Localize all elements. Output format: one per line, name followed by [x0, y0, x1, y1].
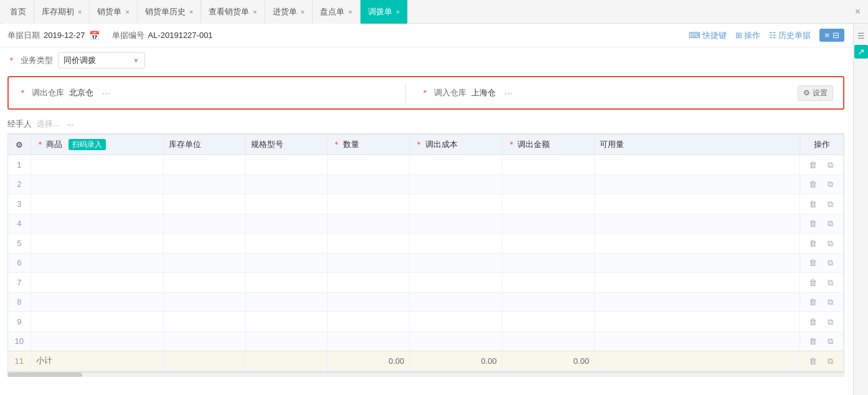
table-cell-available-2[interactable]: [595, 174, 800, 194]
table-cell-unit-2[interactable]: [163, 174, 245, 194]
row-delete-icon-6[interactable]: 🗑: [807, 257, 819, 269]
table-cell-product-4[interactable]: [31, 214, 163, 234]
table-cell-spec-1[interactable]: [245, 155, 328, 175]
row-delete-icon-5[interactable]: 🗑: [807, 237, 819, 249]
tab-close-sales-history[interactable]: ×: [189, 8, 193, 16]
table-cell-cost-6[interactable]: [410, 253, 502, 273]
row-copy-icon-10[interactable]: ⧉: [824, 335, 836, 348]
table-cell-spec-6[interactable]: [245, 253, 328, 273]
tab-close-inventory-init[interactable]: ×: [78, 8, 82, 16]
table-cell-available-5[interactable]: [595, 234, 800, 254]
table-cell-spec-5[interactable]: [245, 234, 328, 254]
row-copy-icon-4[interactable]: ⧉: [824, 217, 836, 230]
table-cell-cost-4[interactable]: [410, 214, 502, 234]
table-cell-product-2[interactable]: [31, 174, 163, 194]
tab-close-view-sales[interactable]: ×: [253, 8, 257, 16]
window-close-button[interactable]: ×: [847, 0, 868, 24]
table-cell-product-3[interactable]: [31, 194, 163, 214]
table-cell-available-3[interactable]: [595, 194, 800, 214]
table-cell-amount-3[interactable]: [502, 194, 594, 214]
table-cell-cost-7[interactable]: [410, 273, 502, 293]
table-cell-amount-5[interactable]: [502, 234, 594, 254]
table-cell-amount-4[interactable]: [502, 214, 594, 234]
table-cell-qty-6[interactable]: [328, 253, 410, 273]
row-delete-icon-7[interactable]: 🗑: [807, 276, 819, 288]
table-cell-amount-8[interactable]: [502, 292, 594, 312]
table-cell-qty-1[interactable]: [328, 155, 410, 175]
tab-close-sales-order[interactable]: ×: [125, 8, 129, 16]
table-cell-amount-6[interactable]: [502, 253, 594, 273]
tab-close-inventory-count[interactable]: ×: [348, 8, 352, 16]
table-cell-available-1[interactable]: [595, 155, 800, 175]
table-cell-qty-7[interactable]: [328, 273, 410, 293]
row-delete-icon-1[interactable]: 🗑: [807, 158, 819, 171]
table-cell-amount-10[interactable]: [502, 331, 594, 351]
subtotal-copy-icon[interactable]: ⧉: [824, 355, 836, 368]
table-cell-cost-5[interactable]: [410, 234, 502, 254]
table-cell-amount-1[interactable]: [502, 155, 594, 175]
table-cell-available-10[interactable]: [595, 331, 800, 351]
table-cell-qty-5[interactable]: [328, 234, 410, 254]
table-cell-available-7[interactable]: [595, 273, 800, 293]
in-warehouse-more-btn[interactable]: ···: [504, 88, 513, 98]
table-cell-product-5[interactable]: [31, 234, 163, 254]
out-warehouse-more-btn[interactable]: ···: [102, 88, 111, 98]
scan-badge[interactable]: 扫码录入: [68, 139, 106, 150]
tab-inventory-init[interactable]: 库存期初 ×: [34, 0, 90, 24]
history-button[interactable]: ☷ 历史单据: [769, 30, 811, 41]
row-delete-icon-2[interactable]: 🗑: [807, 178, 819, 191]
row-copy-icon-9[interactable]: ⧉: [824, 316, 836, 328]
table-cell-unit-1[interactable]: [163, 155, 245, 175]
sidebar-list-button[interactable]: ☰: [854, 29, 868, 42]
table-cell-product-9[interactable]: [31, 312, 163, 332]
table-cell-product-1[interactable]: [31, 155, 163, 175]
table-cell-unit-10[interactable]: [163, 331, 245, 351]
calendar-icon[interactable]: 📅: [89, 31, 100, 40]
row-delete-icon-10[interactable]: 🗑: [807, 335, 819, 348]
table-cell-cost-3[interactable]: [410, 194, 502, 214]
table-cell-qty-3[interactable]: [328, 194, 410, 214]
tab-close-transfer-order[interactable]: ×: [396, 8, 400, 16]
table-cell-product-6[interactable]: [31, 253, 163, 273]
table-cell-spec-10[interactable]: [245, 331, 328, 351]
tab-view-sales[interactable]: 查看销货单 ×: [201, 0, 265, 24]
subtotal-delete-icon[interactable]: 🗑: [807, 355, 819, 367]
table-cell-qty-10[interactable]: [328, 331, 410, 351]
table-cell-product-10[interactable]: [31, 331, 163, 351]
table-cell-available-9[interactable]: [595, 312, 800, 332]
table-cell-available-8[interactable]: [595, 292, 800, 312]
table-cell-unit-3[interactable]: [163, 194, 245, 214]
table-cell-unit-6[interactable]: [163, 253, 245, 273]
table-cell-unit-5[interactable]: [163, 234, 245, 254]
business-type-select[interactable]: 同价调拨 ▼: [58, 52, 145, 69]
table-gear-col[interactable]: ⚙: [8, 135, 31, 155]
table-cell-spec-7[interactable]: [245, 273, 328, 293]
table-cell-spec-8[interactable]: [245, 292, 328, 312]
horizontal-scrollbar[interactable]: [7, 372, 844, 377]
table-cell-available-6[interactable]: [595, 253, 800, 273]
table-cell-spec-9[interactable]: [245, 312, 328, 332]
tab-home[interactable]: 首页: [2, 0, 34, 24]
tab-close-purchase-order[interactable]: ×: [301, 8, 304, 16]
row-copy-icon-1[interactable]: ⧉: [824, 159, 836, 171]
tab-transfer-order[interactable]: 调拨单 ×: [361, 0, 408, 24]
tab-sales-history[interactable]: 销货单历史 ×: [138, 0, 201, 24]
row-delete-icon-4[interactable]: 🗑: [807, 217, 819, 230]
table-cell-amount-7[interactable]: [502, 273, 594, 293]
person-more-btn[interactable]: ···: [67, 120, 74, 129]
sidebar-export-button[interactable]: ↗: [854, 45, 868, 59]
table-cell-amount-2[interactable]: [502, 174, 594, 194]
scrollbar-thumb[interactable]: [7, 373, 82, 377]
settings-button[interactable]: ≡ ⊟: [819, 29, 844, 42]
table-cell-product-7[interactable]: [31, 273, 163, 293]
table-cell-available-4[interactable]: [595, 214, 800, 234]
tab-sales-order[interactable]: 销货单 ×: [90, 0, 137, 24]
table-cell-spec-4[interactable]: [245, 214, 328, 234]
shortcuts-button[interactable]: ⌨ 快捷键: [689, 30, 727, 41]
operations-button[interactable]: ⊞ 操作: [735, 30, 760, 41]
row-copy-icon-7[interactable]: ⧉: [824, 277, 836, 289]
tab-purchase-order[interactable]: 进货单 ×: [265, 0, 313, 24]
row-delete-icon-8[interactable]: 🗑: [807, 296, 819, 308]
table-cell-cost-1[interactable]: [410, 155, 502, 175]
table-cell-amount-9[interactable]: [502, 312, 594, 332]
